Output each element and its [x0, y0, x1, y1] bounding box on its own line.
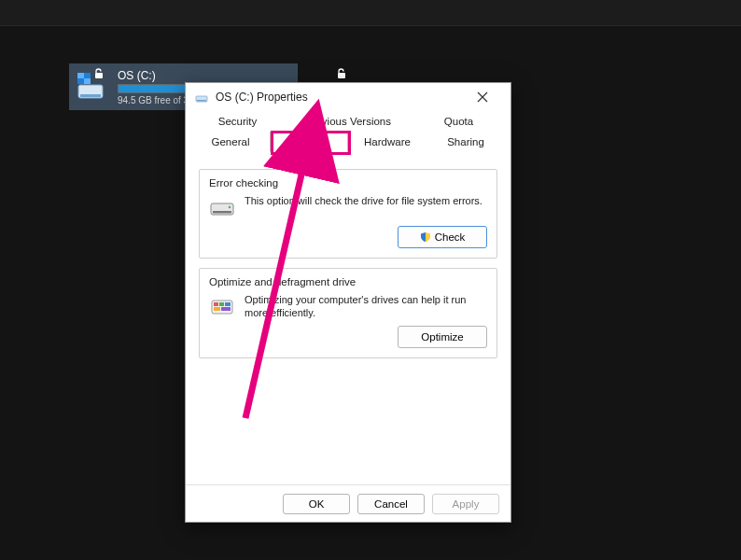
defrag-icon — [209, 293, 235, 319]
group-description: Optimizing your computer's drives can he… — [245, 293, 487, 320]
tab-panel-tools: Error checking This option will check th… — [186, 152, 510, 484]
properties-dialog: OS (C:) Properties Security Previous Ver… — [185, 82, 511, 523]
svg-rect-4 — [84, 73, 91, 78]
close-button[interactable] — [464, 84, 501, 110]
tab-general[interactable]: General — [191, 132, 270, 152]
drive-name: OS (C:) — [118, 69, 290, 82]
svg-rect-21 — [221, 307, 231, 311]
dialog-title: OS (C:) Properties — [216, 91, 456, 104]
svg-rect-19 — [225, 302, 231, 306]
explorer-topbar — [0, 0, 741, 26]
drive-icon — [77, 70, 110, 104]
svg-rect-12 — [197, 100, 206, 102]
group-title: Optimize and defragment drive — [209, 276, 487, 287]
svg-rect-14 — [213, 211, 231, 214]
error-checking-group: Error checking This option will check th… — [199, 169, 497, 259]
button-label: Optimize — [421, 331, 463, 343]
dialog-footer: OK Cancel Apply — [186, 484, 510, 522]
tab-sharing[interactable]: Sharing — [426, 132, 505, 152]
svg-rect-7 — [95, 73, 103, 78]
tab-security[interactable]: Security — [191, 111, 284, 132]
svg-rect-1 — [80, 94, 101, 97]
drive-icon — [195, 91, 208, 104]
tab-previous-versions[interactable]: Previous Versions — [284, 111, 412, 132]
svg-rect-10 — [338, 73, 345, 78]
unlock-icon — [93, 68, 105, 82]
ok-button[interactable]: OK — [283, 494, 350, 514]
group-title: Error checking — [209, 177, 487, 189]
tab-label: Tools — [297, 136, 322, 147]
svg-rect-17 — [214, 302, 218, 306]
tab-hardware[interactable]: Hardware — [348, 132, 426, 152]
group-description: This option will check the drive for fil… — [245, 194, 482, 207]
svg-rect-18 — [219, 302, 224, 306]
close-icon — [477, 91, 488, 103]
svg-rect-3 — [77, 73, 84, 78]
svg-rect-5 — [77, 78, 84, 84]
svg-rect-6 — [84, 78, 91, 84]
check-button[interactable]: Check — [398, 226, 487, 248]
apply-button[interactable]: Apply — [432, 494, 499, 514]
unlock-icon — [336, 68, 347, 82]
tab-strip: Security Previous Versions Quota General… — [186, 111, 510, 152]
button-label: Check — [435, 231, 466, 243]
cancel-button[interactable]: Cancel — [357, 494, 425, 514]
tab-quota[interactable]: Quota — [412, 111, 505, 132]
svg-point-15 — [229, 206, 231, 208]
optimize-button[interactable]: Optimize — [398, 326, 487, 348]
tab-tools[interactable]: Tools — [270, 132, 348, 152]
svg-rect-20 — [214, 307, 220, 311]
uac-shield-icon — [420, 231, 431, 243]
dialog-titlebar[interactable]: OS (C:) Properties — [186, 83, 510, 111]
optimize-group: Optimize and defragment drive Optimizing… — [199, 268, 497, 358]
disk-check-icon — [209, 194, 235, 220]
